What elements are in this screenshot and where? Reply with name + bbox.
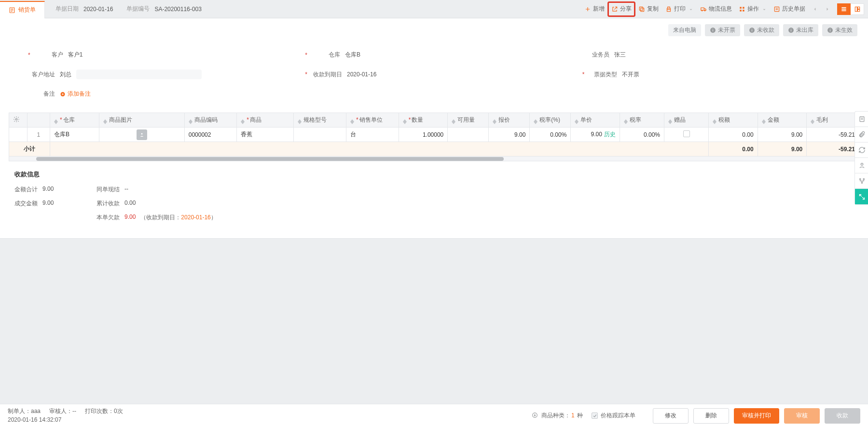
sort-icon xyxy=(668,119,672,125)
cell-code: 0000002 xyxy=(184,128,237,142)
print-label: 打印 xyxy=(674,5,686,13)
new-label: 新增 xyxy=(593,5,605,13)
pay-total: 金额合计9.00 xyxy=(14,185,96,194)
cell-spec xyxy=(294,128,346,142)
cell-index: 1 xyxy=(27,128,50,142)
table-settings-button[interactable] xyxy=(9,113,28,128)
svg-rect-17 xyxy=(857,9,859,11)
chevron-down-icon xyxy=(762,7,767,12)
delete-button[interactable]: 删除 xyxy=(693,408,729,424)
cell-taxamt: 0.00 xyxy=(709,128,758,142)
scrollbar-thumb[interactable] xyxy=(36,157,504,161)
col-gift[interactable]: 赠品 xyxy=(664,113,709,128)
svg-rect-3 xyxy=(667,9,671,11)
rail-flow-button[interactable] xyxy=(855,173,868,189)
document-tab[interactable]: 销货单 xyxy=(0,1,45,18)
cell-price: 9.00历史 xyxy=(571,128,620,142)
col-unit[interactable]: *销售单位 xyxy=(346,113,399,128)
col-price[interactable]: 单价 xyxy=(571,113,620,128)
svg-rect-12 xyxy=(841,7,846,8)
logistics-button[interactable]: 物流信息 xyxy=(697,2,735,16)
follow-price-checkbox[interactable]: 价格跟踪本单 xyxy=(592,412,635,420)
table-horizontal-scrollbar[interactable] xyxy=(9,157,859,161)
col-profit[interactable]: 毛利 xyxy=(807,113,859,128)
col-quote[interactable]: 报价 xyxy=(489,113,530,128)
history-label: 历史单据 xyxy=(782,5,805,13)
print-button[interactable]: 打印 xyxy=(662,2,696,16)
col-amount[interactable]: 金额 xyxy=(758,113,807,128)
col-taxamt[interactable]: 税额 xyxy=(709,113,758,128)
rail-note-button[interactable] xyxy=(855,112,868,127)
field-salesperson[interactable]: 业务员 张三 xyxy=(582,51,840,59)
col-spec[interactable]: 规格型号 xyxy=(294,113,346,128)
next-button[interactable] xyxy=(822,3,833,15)
history-button[interactable]: 历史单据 xyxy=(771,2,808,16)
col-rate2[interactable]: 税率 xyxy=(620,113,664,128)
plus-circle-icon xyxy=(60,91,66,97)
field-invoice-type[interactable]: *票据类型 不开票 xyxy=(582,70,840,79)
edit-button[interactable]: 修改 xyxy=(653,408,689,424)
svg-rect-7 xyxy=(740,7,742,9)
field-remark: 备注 添加备注 xyxy=(28,90,286,98)
svg-rect-20 xyxy=(713,28,713,29)
field-warehouse[interactable]: *仓库 仓库B xyxy=(305,51,563,59)
operate-button[interactable]: 操作 xyxy=(736,2,770,16)
cell-image[interactable] xyxy=(99,128,184,142)
svg-rect-22 xyxy=(752,29,752,31)
doc-no: SA-20200116-003 xyxy=(154,6,201,13)
rail-refresh-button[interactable] xyxy=(855,142,868,158)
col-avail[interactable]: 可用量 xyxy=(448,113,489,128)
rail-expand-button[interactable] xyxy=(855,189,868,204)
status-inactive[interactable]: 未生效 xyxy=(822,24,857,36)
svg-rect-10 xyxy=(743,10,744,12)
info-icon xyxy=(749,27,755,33)
share-button[interactable]: 分享 xyxy=(608,2,634,16)
view-list-button[interactable] xyxy=(837,3,851,15)
field-address[interactable]: 客户地址 刘总 xyxy=(28,70,286,79)
col-warehouse[interactable]: *仓库 xyxy=(50,113,99,128)
status-uninvoiced[interactable]: 未开票 xyxy=(705,24,740,36)
field-due-date[interactable]: *收款到期日 2020-01-16 xyxy=(305,70,563,79)
audit-button[interactable]: 审核 xyxy=(784,408,820,424)
cell-gift[interactable] xyxy=(664,128,709,142)
svg-point-32 xyxy=(141,133,142,134)
sort-icon xyxy=(403,119,407,125)
sort-icon xyxy=(298,119,302,125)
sort-icon xyxy=(575,119,579,125)
subtotal-taxamt: 0.00 xyxy=(709,142,758,157)
rail-user-button[interactable] xyxy=(855,158,868,173)
cell-quote: 9.00 xyxy=(489,128,530,142)
svg-rect-19 xyxy=(713,29,713,31)
add-remark-link[interactable]: 添加备注 xyxy=(60,90,91,98)
copy-label: 复制 xyxy=(647,5,659,13)
new-button[interactable]: 新增 xyxy=(581,2,607,16)
prev-button[interactable] xyxy=(809,3,821,15)
view-card-button[interactable] xyxy=(851,3,864,15)
cell-taxrate: 0.00% xyxy=(530,128,571,142)
gift-checkbox[interactable] xyxy=(683,130,690,137)
table-row[interactable]: 1 仓库B 0000002 香蕉 台 1.00000 9.00 0.00% 9.… xyxy=(9,128,859,142)
topbar: 销货单 单据日期 2020-01-16 单据编号 SA-20200116-003… xyxy=(0,0,868,18)
col-taxrate[interactable]: 税率(%) xyxy=(530,113,571,128)
pay-button[interactable]: 收款 xyxy=(825,408,860,424)
kinds-info: 商品种类：1 种 xyxy=(532,412,583,420)
cell-product: 香蕉 xyxy=(237,128,294,142)
invoice-type-value: 不开票 xyxy=(622,71,639,79)
col-qty[interactable]: *数量 xyxy=(399,113,448,128)
copy-button[interactable]: 复制 xyxy=(635,2,661,16)
cell-amount: 9.00 xyxy=(758,128,807,142)
svg-point-37 xyxy=(861,182,863,184)
address-blur xyxy=(76,70,202,79)
price-history-link[interactable]: 历史 xyxy=(604,131,616,138)
status-unpaid[interactable]: 未收款 xyxy=(744,24,779,36)
col-image[interactable]: 商品图片 xyxy=(99,113,184,128)
address-value: 刘总 xyxy=(60,71,71,79)
field-customer[interactable]: *客户 客户1 xyxy=(28,51,286,59)
status-unshipped[interactable]: 未出库 xyxy=(783,24,818,36)
col-product[interactable]: *商品 xyxy=(237,113,294,128)
audit-print-button[interactable]: 审核并打印 xyxy=(734,408,779,424)
sort-icon xyxy=(762,119,766,125)
rail-attach-button[interactable] xyxy=(855,127,868,142)
svg-rect-13 xyxy=(841,9,846,10)
col-code[interactable]: 商品编码 xyxy=(184,113,237,128)
